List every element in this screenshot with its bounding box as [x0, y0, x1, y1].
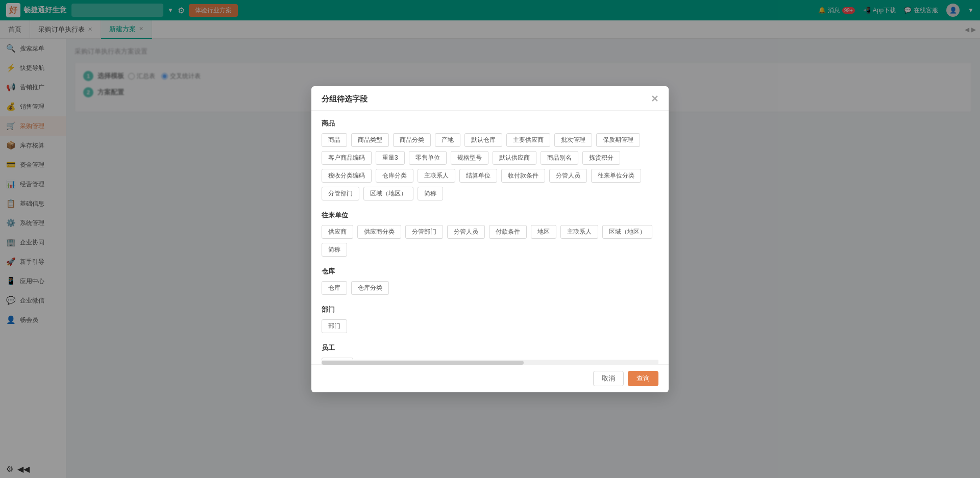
field-group-warehouse: 仓库 仓库 仓库分类: [322, 267, 658, 295]
field-group-counterparts-title: 往来单位: [322, 211, 658, 220]
modal-footer: 取消 查询: [311, 364, 669, 392]
modal-title: 分组待选字段: [322, 94, 368, 104]
field-tag-settlement-unit[interactable]: 结算单位: [459, 169, 497, 183]
modal-close-button[interactable]: ✕: [651, 94, 658, 104]
field-tag-dept-mgmt2[interactable]: 分管部门: [405, 225, 443, 239]
field-group-employee: 员工 业务员: [322, 343, 658, 360]
field-tag-short-name[interactable]: 简称: [418, 187, 443, 200]
field-group-goods-title: 商品: [322, 119, 658, 128]
field-tag-supervisor2[interactable]: 分管人员: [447, 225, 485, 239]
field-tag-counterpart-category[interactable]: 往来单位分类: [591, 169, 641, 183]
field-list-department: 部门: [322, 319, 658, 333]
field-group-employee-title: 员工: [322, 343, 658, 353]
field-tag-warehouse-cat[interactable]: 仓库分类: [351, 281, 389, 295]
field-tag-region2[interactable]: 区域（地区）: [602, 225, 652, 239]
field-tag-expiry-mgmt[interactable]: 保质期管理: [596, 133, 640, 147]
field-tag-main-contact2[interactable]: 主联系人: [560, 225, 598, 239]
field-list-counterparts: 供应商 供应商分类 分管部门 分管人员 付款条件 地区 主联系人 区域（地区） …: [322, 225, 658, 257]
field-tag-dept-mgmt[interactable]: 分管部门: [322, 187, 359, 200]
field-tag-area[interactable]: 地区: [531, 225, 556, 239]
modal-overlay: 分组待选字段 ✕ 商品 商品 商品类型 商品分类 产地 默认仓库 主要供应商: [66, 39, 980, 478]
field-tag-goods-type[interactable]: 商品类型: [351, 133, 389, 147]
field-tag-supervisor[interactable]: 分管人员: [549, 169, 587, 183]
field-tag-batch-mgmt[interactable]: 批次管理: [554, 133, 592, 147]
field-tag-supplier[interactable]: 供应商: [322, 225, 353, 239]
field-tag-goods[interactable]: 商品: [322, 133, 347, 147]
field-tag-default-supplier[interactable]: 默认供应商: [493, 151, 536, 165]
field-tag-payment-terms2[interactable]: 付款条件: [489, 225, 527, 239]
field-tag-pick-score[interactable]: 拣货积分: [582, 151, 620, 165]
field-group-department-title: 部门: [322, 305, 658, 314]
field-list-goods: 商品 商品类型 商品分类 产地 默认仓库 主要供应商 批次管理 保质期管理 客户…: [322, 133, 658, 200]
field-tag-tax-code[interactable]: 税收分类编码: [322, 169, 372, 183]
field-tag-origin[interactable]: 产地: [435, 133, 460, 147]
field-tag-region[interactable]: 区域（地区）: [363, 187, 413, 200]
modal-body[interactable]: 商品 商品 商品类型 商品分类 产地 默认仓库 主要供应商 批次管理 保质期管理…: [311, 111, 669, 360]
field-tag-main-contact[interactable]: 主联系人: [418, 169, 455, 183]
field-group-goods: 商品 商品 商品类型 商品分类 产地 默认仓库 主要供应商 批次管理 保质期管理…: [322, 119, 658, 200]
field-selection-modal: 分组待选字段 ✕ 商品 商品 商品类型 商品分类 产地 默认仓库 主要供应商: [311, 86, 669, 392]
field-tag-short-name2[interactable]: 简称: [322, 243, 347, 257]
field-group-warehouse-title: 仓库: [322, 267, 658, 276]
confirm-button[interactable]: 查询: [628, 371, 658, 386]
field-list-warehouse: 仓库 仓库分类: [322, 281, 658, 295]
field-tag-customer-code[interactable]: 客户商品编码: [322, 151, 372, 165]
field-tag-spec-model[interactable]: 规格型号: [451, 151, 488, 165]
modal-header: 分组待选字段 ✕: [311, 86, 669, 111]
content-area: 采购订单执行表方案设置 1 选择模板 汇总表 交叉统计表 2: [66, 39, 980, 478]
field-group-department: 部门 部门: [322, 305, 658, 333]
field-tag-default-warehouse[interactable]: 默认仓库: [464, 133, 502, 147]
field-tag-main-supplier[interactable]: 主要供应商: [506, 133, 550, 147]
field-tag-retail-unit[interactable]: 零售单位: [409, 151, 447, 165]
field-tag-goods-alias[interactable]: 商品别名: [541, 151, 578, 165]
field-tag-department[interactable]: 部门: [322, 319, 347, 333]
field-tag-payment-terms[interactable]: 收付款条件: [501, 169, 545, 183]
cancel-button[interactable]: 取消: [593, 371, 624, 386]
modal-hscrollbar[interactable]: [322, 360, 658, 364]
field-tag-warehouse-category[interactable]: 仓库分类: [376, 169, 413, 183]
field-group-counterparts: 往来单位 供应商 供应商分类 分管部门 分管人员 付款条件 地区 主联系人 区域…: [322, 211, 658, 257]
modal-hscrollbar-thumb[interactable]: [322, 361, 524, 365]
field-tag-supplier-category[interactable]: 供应商分类: [357, 225, 401, 239]
field-tag-warehouse[interactable]: 仓库: [322, 281, 347, 295]
field-tag-weight3[interactable]: 重量3: [376, 151, 405, 165]
main-layout: 🔍 搜索菜单 ⚡ 快捷导航 📢 营销推广 💰 销售管理 🛒 采购管理 📦 库存核…: [0, 39, 980, 478]
field-tag-goods-category[interactable]: 商品分类: [393, 133, 431, 147]
